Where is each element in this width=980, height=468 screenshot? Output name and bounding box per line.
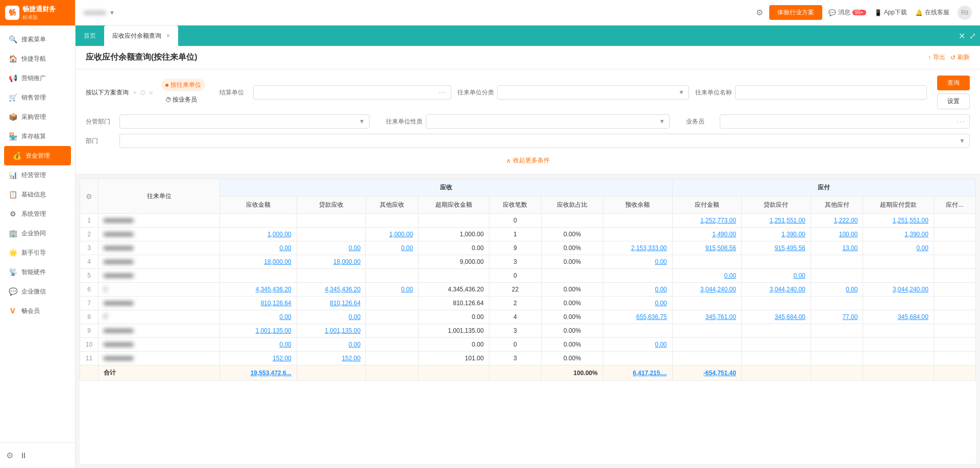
table-settings-icon[interactable]: ⚙ bbox=[86, 192, 92, 201]
row-cell-2[interactable]: 0.00 bbox=[366, 241, 419, 255]
sidebar-item-system[interactable]: ⚙ 系统管理 bbox=[0, 204, 75, 224]
filter-edit-icon[interactable]: ⊙ bbox=[140, 88, 146, 96]
row-cell-7[interactable]: 0.00 bbox=[672, 269, 742, 283]
row-cell-9[interactable]: 13.00 bbox=[811, 241, 863, 255]
sidebar-item-basic[interactable]: 📋 基础信息 bbox=[0, 185, 75, 204]
sidebar-item-guide[interactable]: 🌟 新手引导 bbox=[0, 243, 75, 262]
row-cell-1[interactable]: 1,001,135.00 bbox=[297, 324, 366, 338]
row-cell-7[interactable]: 1,490.00 bbox=[672, 228, 742, 241]
filter-collapse-icon[interactable]: « bbox=[149, 88, 153, 96]
row-cell-7[interactable]: 345,761.00 bbox=[672, 310, 742, 324]
row-cell-10[interactable]: 345,684.00 bbox=[863, 310, 934, 324]
tab-balance[interactable]: 应收应付余额查询 × bbox=[104, 26, 178, 46]
row-cell-8[interactable]: 345,684.00 bbox=[742, 310, 811, 324]
sidebar-item-purchase[interactable]: 📦 采购管理 bbox=[0, 107, 75, 127]
row-cell-2[interactable]: 1,000.00 bbox=[366, 228, 419, 241]
sidebar-item-enterprise[interactable]: 🏢 企业协同 bbox=[0, 224, 75, 243]
row-cell-6[interactable]: 0.00 bbox=[603, 297, 672, 310]
row-cell-10[interactable]: 1,390.00 bbox=[863, 228, 934, 241]
row-cell-9[interactable]: 1,222.00 bbox=[811, 214, 863, 228]
row-cell-6[interactable]: 2,153,333.00 bbox=[603, 241, 672, 255]
sidebar-item-wechat[interactable]: 💬 企业微信 bbox=[0, 282, 75, 301]
partner-nature-select[interactable]: ▼ bbox=[426, 114, 670, 129]
sidebar-item-member[interactable]: V 畅会员 bbox=[0, 301, 75, 321]
settlement-unit-input[interactable]: ··· bbox=[253, 85, 451, 100]
sidebar-item-quicknav[interactable]: 🏠 快捷导航 bbox=[0, 49, 75, 68]
sidebar-item-hardware[interactable]: 📡 智能硬件 bbox=[0, 262, 75, 282]
row-cell-10[interactable]: 0.00 bbox=[863, 241, 934, 255]
row-cell-1[interactable]: 18,000.00 bbox=[297, 255, 366, 269]
app-download-group[interactable]: 📱 App下载 bbox=[874, 8, 907, 17]
row-cell-1[interactable]: 0.00 bbox=[297, 338, 366, 352]
row-cell-8[interactable]: 3,044,240.00 bbox=[742, 283, 811, 297]
row-cell-0[interactable]: 4,345,436.20 bbox=[220, 283, 297, 297]
export-button[interactable]: ↑ 导出 bbox=[928, 53, 945, 62]
row-cell-6[interactable]: 0.00 bbox=[603, 255, 672, 269]
row-cell-1[interactable]: 0.00 bbox=[297, 310, 366, 324]
salesperson-dots[interactable]: ··· bbox=[957, 118, 965, 125]
settlement-unit-dots[interactable]: ··· bbox=[438, 89, 447, 96]
footer-settings-icon[interactable]: ⚙ bbox=[6, 451, 13, 460]
row-cell-1[interactable]: 4,345,436.20 bbox=[297, 283, 366, 297]
row-cell-8[interactable]: 915,495.56 bbox=[742, 241, 811, 255]
refresh-button[interactable]: ↺ 刷新 bbox=[950, 53, 970, 62]
tab-expand-icon[interactable]: ⤢ bbox=[969, 31, 976, 41]
sidebar-item-inventory[interactable]: 🏪 库存核算 bbox=[0, 127, 75, 146]
sidebar-item-sales[interactable]: 🛒 销售管理 bbox=[0, 88, 75, 107]
row-cell-0[interactable]: 810,126.64 bbox=[220, 297, 297, 310]
tab-home[interactable]: 首页 bbox=[76, 26, 104, 46]
row-cell-0[interactable]: 0.00 bbox=[220, 310, 297, 324]
sidebar-item-fund[interactable]: 💰 资金管理 bbox=[4, 146, 71, 165]
row-cell-7[interactable]: 3,044,240.00 bbox=[672, 283, 742, 297]
messages-group[interactable]: 💬 消息 99+ bbox=[828, 8, 866, 17]
row-cell-9[interactable]: 100.00 bbox=[811, 228, 863, 241]
row-cell-6[interactable]: 0.00 bbox=[603, 338, 672, 352]
tab-close-window-icon[interactable]: ✕ bbox=[959, 31, 965, 41]
breadcrumb-dropdown-icon[interactable]: ▼ bbox=[109, 9, 115, 16]
row-cell-0[interactable]: 1,000.00 bbox=[220, 228, 297, 241]
row-cell-0[interactable]: 0.00 bbox=[220, 241, 297, 255]
tab-close-icon[interactable]: × bbox=[166, 32, 170, 39]
row-cell-9[interactable]: 0.00 bbox=[811, 283, 863, 297]
row-cell-9[interactable]: 77.00 bbox=[811, 310, 863, 324]
row-cell-8[interactable]: 0.00 bbox=[742, 269, 811, 283]
footer-rec-amount[interactable]: 19,553,472,6... bbox=[220, 365, 297, 381]
partner-category-select[interactable]: ▼ bbox=[497, 85, 689, 100]
sidebar-item-marketing[interactable]: 📢 营销推广 bbox=[0, 68, 75, 88]
footer-collapse-icon[interactable]: ⏸ bbox=[19, 451, 28, 460]
row-cell-7[interactable]: 1,252,773.00 bbox=[672, 214, 742, 228]
salesperson-input[interactable]: ··· bbox=[720, 114, 970, 129]
settings-button[interactable]: 设置 bbox=[937, 93, 970, 109]
row-cell-10[interactable]: 1,251,551.00 bbox=[863, 214, 934, 228]
dept-manager-select[interactable]: ▼ bbox=[119, 114, 370, 129]
row-cell-8[interactable]: 1,390.00 bbox=[742, 228, 811, 241]
solution-button[interactable]: 体验行业方案 bbox=[769, 5, 822, 20]
partner-name-input[interactable] bbox=[735, 85, 927, 100]
filter-add-icon[interactable]: + bbox=[133, 88, 137, 96]
filter-scheme-by-unit[interactable]: 按往来单位 bbox=[161, 79, 205, 91]
row-cell-6[interactable]: 0.00 bbox=[603, 283, 672, 297]
row-cell-0[interactable]: 152.00 bbox=[220, 352, 297, 365]
user-info[interactable]: Rit bbox=[958, 6, 972, 20]
row-cell-10[interactable]: 3,044,240.00 bbox=[863, 283, 934, 297]
dept-select[interactable]: ▼ bbox=[119, 134, 970, 148]
query-button[interactable]: 查询 bbox=[937, 76, 970, 90]
row-cell-2[interactable]: 0.00 bbox=[366, 283, 419, 297]
row-cell-0[interactable]: 0.00 bbox=[220, 338, 297, 352]
row-cell-0[interactable]: 18,000.00 bbox=[220, 255, 297, 269]
row-cell-8[interactable]: 1,251,551.00 bbox=[742, 214, 811, 228]
sidebar-item-search[interactable]: 🔍 搜索菜单 bbox=[0, 30, 75, 49]
row-cell-1[interactable]: 0.00 bbox=[297, 241, 366, 255]
collapse-button[interactable]: ∧ 收起更多条件 bbox=[86, 153, 970, 168]
row-cell-7[interactable]: 915,508.56 bbox=[672, 241, 742, 255]
header-settings-icon[interactable]: ⚙ bbox=[756, 8, 763, 17]
row-cell-0[interactable]: 1,001,135.00 bbox=[220, 324, 297, 338]
filter-scheme-by-salesperson[interactable]: ⏱ 按业务员 bbox=[161, 93, 205, 106]
row-cell-6[interactable]: 655,636.75 bbox=[603, 310, 672, 324]
table-wrapper[interactable]: ⚙ 往来单位 应收 应付 应收金额 贷款应收 其他应收 超期应收金额 应收笔数 bbox=[80, 179, 976, 464]
row-cell-1[interactable]: 810,126.64 bbox=[297, 297, 366, 310]
footer-pay-amount[interactable]: -654,751.40 bbox=[672, 365, 742, 381]
row-cell-1[interactable]: 152.00 bbox=[297, 352, 366, 365]
footer-prepay-balance[interactable]: 6,417,215.... bbox=[603, 365, 672, 381]
sidebar-item-operations[interactable]: 📊 经营管理 bbox=[0, 165, 75, 185]
